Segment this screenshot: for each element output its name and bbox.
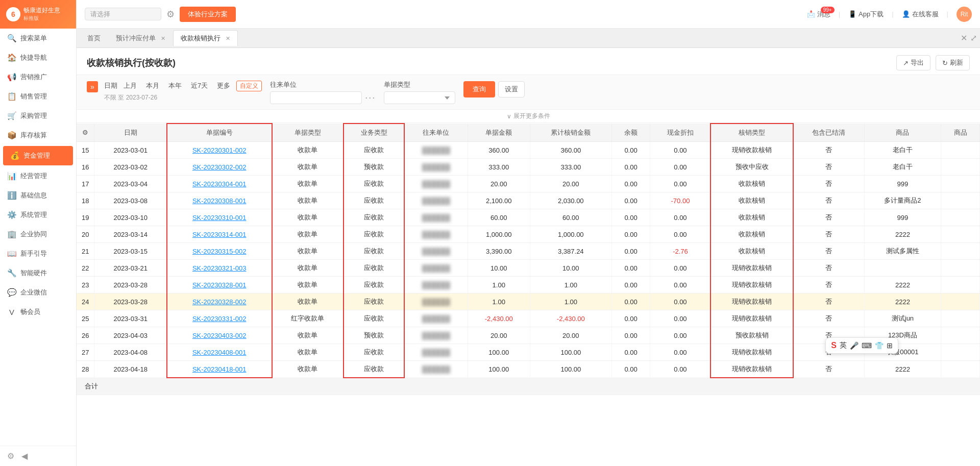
cell-goods: 测试多属性 [864, 243, 941, 260]
bill-no-link[interactable]: SK-20230304-001 [192, 180, 247, 188]
sidebar-item-marketing[interactable]: 📢营销推广 [0, 67, 76, 87]
badge-keyboard-icon[interactable]: ⌨ [862, 341, 872, 350]
filter-expand-button[interactable]: » [87, 81, 98, 92]
sidebar-item-guide[interactable]: 📖新手引导 [0, 244, 76, 263]
badge-mic-icon[interactable]: 🎤 [850, 341, 859, 350]
bill-no-link[interactable]: SK-20230331-002 [192, 315, 247, 323]
bill-no-link[interactable]: SK-20230308-001 [192, 197, 247, 205]
cell-index: 24 [77, 293, 94, 310]
collapse-footer-icon[interactable]: ◀ [21, 451, 28, 461]
cell-goods: 2222 [864, 226, 941, 243]
badge-grid-icon[interactable]: ⊞ [887, 341, 893, 350]
sidebar-item-sales[interactable]: 📋销售管理 [0, 87, 76, 106]
cell-billamount: 100.00 [468, 344, 530, 361]
tab-receipts-close[interactable]: ✕ [226, 35, 230, 42]
sidebar-item-purchase[interactable]: 🛒采购管理 [0, 106, 76, 126]
filter-bill-type-select[interactable] [384, 91, 455, 104]
col-billtype-header: 单据类型 [272, 124, 344, 142]
bill-no-link[interactable]: SK-20230301-002 [192, 146, 247, 154]
tab-expand-icon[interactable]: ⤢ [970, 33, 977, 43]
sidebar-icon-member: V [7, 308, 16, 316]
breadcrumb-select[interactable]: 请选择 [85, 8, 161, 20]
col-billamount-header: 单据金额 [468, 124, 530, 142]
expand-more-button[interactable]: ∨ 展开更多条件 [507, 112, 550, 120]
tab-close-all-icon[interactable]: ✕ [961, 33, 967, 43]
tab-receipts[interactable]: 收款核销执行 ✕ [173, 30, 238, 46]
cell-goods2 [941, 142, 980, 159]
sidebar-icon-guide: 📖 [7, 249, 16, 258]
online-service-item[interactable]: 👤 在线客服 [902, 10, 939, 19]
cell-includecleared: 否 [793, 361, 865, 378]
topbar: 请选择 ⚙ 体验行业方案 📩 消息 99+ | 📱 App下载 | 👤 在线客服… [77, 0, 980, 29]
bill-no-link[interactable]: SK-20230408-001 [192, 349, 247, 356]
col-writeofftype-header: 核销类型 [710, 124, 793, 142]
cell-date: 2023-03-01 [94, 142, 167, 159]
cell-biztype: 预收款 [344, 159, 404, 176]
sidebar-item-member[interactable]: V畅会员 [0, 302, 76, 322]
bill-no-link[interactable]: SK-20230314-001 [192, 231, 247, 238]
filter-date-prev-month[interactable]: 上月 [120, 80, 140, 91]
bill-no-link[interactable]: SK-20230310-001 [192, 214, 247, 222]
refresh-button[interactable]: ↻ 刷新 [936, 55, 970, 70]
filter-date-this-year[interactable]: 本年 [165, 80, 185, 91]
bill-no-link[interactable]: SK-20230321-003 [192, 264, 247, 272]
cell-writeoffamount: 20.00 [530, 176, 611, 192]
filter-partner-dots[interactable]: ··· [365, 92, 376, 103]
filter-date-more[interactable]: 更多 [214, 80, 233, 91]
cell-goods: 2222 [864, 277, 941, 293]
filter-settings-button[interactable]: 设置 [498, 81, 525, 97]
sidebar-item-finance[interactable]: 💰资金管理 [3, 146, 73, 165]
filter-date-this-month[interactable]: 本月 [143, 80, 162, 91]
cell-biztype: 应收款 [344, 293, 404, 310]
bill-no-link[interactable]: SK-20230328-001 [192, 281, 247, 289]
sidebar-item-system[interactable]: ⚙️系统管理 [0, 205, 76, 225]
notification-badge-item[interactable]: 📩 消息 99+ [807, 10, 830, 19]
user-avatar[interactable]: Rit [957, 7, 972, 22]
topbar-settings-icon[interactable]: ⚙ [166, 9, 175, 20]
bill-no-link[interactable]: SK-20230418-001 [192, 365, 247, 373]
s-logo: S [831, 341, 837, 350]
sidebar-item-quick-nav[interactable]: 🏠快捷导航 [0, 48, 76, 67]
tab-home[interactable]: 首页 [80, 30, 108, 46]
tab-payable-close[interactable]: ✕ [161, 35, 165, 42]
sidebar-item-basic[interactable]: ℹ️基础信息 [0, 186, 76, 205]
cell-writeoffamount: 10.00 [530, 260, 611, 277]
cell-date: 2023-03-21 [94, 260, 167, 277]
sidebar-item-search[interactable]: 🔍搜索菜单 [0, 29, 76, 48]
sidebar-item-inventory[interactable]: 📦库存核算 [0, 126, 76, 145]
sidebar-item-hardware[interactable]: 🔧智能硬件 [0, 263, 76, 283]
badge-shirt-icon[interactable]: 👕 [875, 341, 884, 350]
app-download-item[interactable]: 📱 App下载 [848, 10, 884, 19]
col-partner-header: 往来单位 [404, 124, 468, 142]
tab-payable[interactable]: 预计冲应付单 ✕ [108, 30, 173, 46]
filter-bar: » 日期 上月 本月 本年 近7天 更多 自定义 不限 至 2023-07-26 [77, 75, 980, 110]
app-logo: 6 畅康道好生意 标推版 [0, 0, 76, 29]
bill-no-link[interactable]: SK-20230403-002 [192, 332, 247, 339]
export-button[interactable]: ↗ 导出 [896, 55, 930, 70]
content-area: 收款核销执行(按收款) ↗ 导出 ↻ 刷新 » 日期 上月 [77, 48, 980, 466]
cell-cashdiscount: 0.00 [650, 159, 711, 176]
sidebar-item-enterprise[interactable]: 🏢企业协同 [0, 225, 76, 244]
bill-no-link[interactable]: SK-20230315-002 [192, 248, 247, 255]
main-area: 请选择 ⚙ 体验行业方案 📩 消息 99+ | 📱 App下载 | 👤 在线客服… [77, 0, 980, 466]
col-settings-header[interactable]: ⚙ [77, 124, 94, 142]
cell-index: 27 [77, 344, 94, 361]
sidebar-item-wechat[interactable]: 💬企业微信 [0, 283, 76, 302]
cell-cashdiscount: 0.00 [650, 361, 711, 378]
filter-date-custom-button[interactable]: 自定义 [236, 81, 262, 91]
bill-no-link[interactable]: SK-20230302-002 [192, 163, 247, 171]
settings-footer-icon[interactable]: ⚙ [7, 451, 14, 461]
sidebar-item-operations[interactable]: 📊经营管理 [0, 166, 76, 186]
cell-partner: ██████ [404, 226, 468, 243]
filter-date-7days[interactable]: 近7天 [188, 80, 211, 91]
cell-billamount: 360.00 [468, 142, 530, 159]
cell-billtype: 收款单 [272, 243, 344, 260]
cell-billamount: 60.00 [468, 209, 530, 226]
filter-partner-input[interactable] [270, 91, 362, 104]
bill-no-link[interactable]: SK-20230328-002 [192, 298, 247, 306]
industry-solution-button[interactable]: 体验行业方案 [180, 7, 236, 22]
query-button[interactable]: 查询 [463, 81, 495, 97]
cell-billno: SK-20230308-001 [167, 192, 272, 209]
cell-billtype: 收款单 [272, 361, 344, 378]
cell-index: 28 [77, 361, 94, 378]
